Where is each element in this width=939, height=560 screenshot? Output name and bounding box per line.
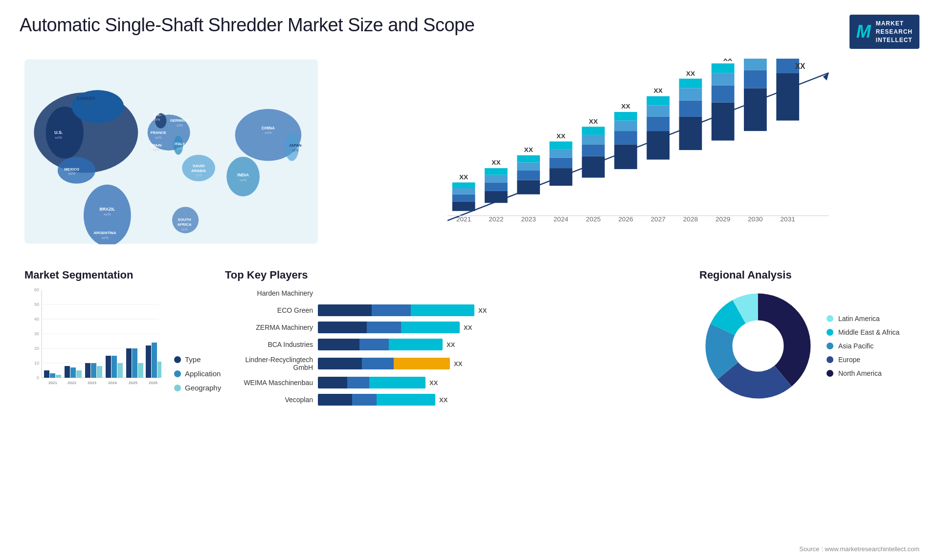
svg-rect-136 xyxy=(97,366,102,378)
svg-rect-97 xyxy=(712,86,735,103)
regional-content: Latin America Middle East & Africa Asia … xyxy=(699,287,915,405)
player-row-vecoplan: Vecoplan XX xyxy=(225,394,675,406)
svg-text:SOUTH: SOUTH xyxy=(178,218,191,222)
svg-text:XX: XX xyxy=(686,70,695,77)
players-title: Top Key Players xyxy=(225,269,675,281)
svg-text:xx%: xx% xyxy=(177,147,183,151)
svg-rect-78 xyxy=(614,145,637,170)
header: Automatic Single-Shaft Shredder Market S… xyxy=(0,0,939,54)
svg-rect-62 xyxy=(517,163,540,171)
svg-text:2022: 2022 xyxy=(489,216,503,223)
svg-rect-102 xyxy=(744,88,767,131)
svg-text:2022: 2022 xyxy=(67,381,76,385)
player-row-harden: Harden Machinery xyxy=(225,287,675,299)
svg-text:XX: XX xyxy=(589,118,598,125)
svg-rect-104 xyxy=(744,59,767,70)
svg-rect-131 xyxy=(70,367,76,378)
svg-text:U.S.: U.S. xyxy=(54,130,63,135)
regional-legend: Latin America Middle East & Africa Asia … xyxy=(827,315,899,377)
svg-rect-91 xyxy=(679,101,702,117)
player-bar xyxy=(318,358,450,369)
logo-line2: RESEARCH xyxy=(876,28,913,36)
svg-rect-99 xyxy=(712,64,735,73)
svg-text:20: 20 xyxy=(34,346,39,351)
svg-rect-139 xyxy=(112,356,117,378)
dot-latin-america xyxy=(827,315,833,322)
player-bar-area: XX xyxy=(318,358,462,369)
svg-text:0: 0 xyxy=(37,375,39,380)
player-name: Lindner-Recyclingtech GmbH xyxy=(225,356,313,371)
svg-rect-96 xyxy=(712,103,735,141)
legend-dot-application xyxy=(174,370,181,377)
svg-text:2026: 2026 xyxy=(618,216,633,223)
svg-rect-66 xyxy=(550,168,573,186)
svg-text:INDIA: INDIA xyxy=(237,173,249,178)
label-asia-pacific: Asia Pacific xyxy=(838,342,873,350)
svg-rect-93 xyxy=(679,79,702,88)
svg-rect-51 xyxy=(452,183,475,189)
svg-text:XX: XX xyxy=(459,173,468,181)
svg-text:xx%: xx% xyxy=(240,178,247,182)
svg-text:SPAIN: SPAIN xyxy=(150,144,161,148)
label-europe: Europe xyxy=(838,356,860,364)
svg-text:BRAZIL: BRAZIL xyxy=(99,207,115,212)
svg-rect-81 xyxy=(614,112,637,121)
seg-chart: 0 10 20 30 40 50 60 xyxy=(24,287,161,402)
svg-point-3 xyxy=(72,90,124,124)
player-bar xyxy=(318,322,460,333)
legend-type-label: Type xyxy=(185,355,201,364)
legend-middle-east: Middle East & Africa xyxy=(827,328,899,336)
logo-box: M MARKET RESEARCH INTELLECT xyxy=(850,15,919,49)
svg-text:ITALY: ITALY xyxy=(175,142,185,147)
svg-rect-56 xyxy=(485,175,508,183)
svg-rect-128 xyxy=(56,375,61,378)
svg-text:xx%: xx% xyxy=(82,101,89,106)
svg-rect-130 xyxy=(65,366,70,378)
svg-text:2025: 2025 xyxy=(129,381,137,385)
svg-text:XX: XX xyxy=(795,63,805,71)
player-name: Vecoplan xyxy=(225,396,313,404)
svg-text:30: 30 xyxy=(34,331,39,336)
segmentation-svg: 0 10 20 30 40 50 60 xyxy=(24,287,161,400)
label-middle-east: Middle East & Africa xyxy=(838,328,899,336)
svg-rect-55 xyxy=(485,183,508,192)
svg-rect-80 xyxy=(614,121,637,131)
donut-svg xyxy=(699,287,817,405)
legend-asia-pacific: Asia Pacific xyxy=(827,342,899,350)
svg-text:xx%: xx% xyxy=(196,174,202,177)
player-row-zerma: ZERMA Machinery XX xyxy=(225,322,675,333)
svg-rect-54 xyxy=(485,191,508,203)
svg-text:xx%: xx% xyxy=(155,136,161,139)
svg-rect-132 xyxy=(76,370,82,378)
players-section: Top Key Players Harden Machinery ECO Gre… xyxy=(215,269,685,560)
logo-text: MARKET RESEARCH INTELLECT xyxy=(876,20,913,44)
label-latin-america: Latin America xyxy=(838,315,880,323)
svg-text:2030: 2030 xyxy=(748,216,763,223)
segmentation-section: Market Segmentation 0 10 20 30 40 5 xyxy=(20,269,205,560)
legend-dot-geography xyxy=(174,385,181,391)
dot-europe xyxy=(827,356,833,363)
player-bar-area: XX xyxy=(318,394,447,406)
seg-legend: Type Application Geography xyxy=(174,355,221,392)
segmentation-title: Market Segmentation xyxy=(24,269,201,281)
label-north-america: North America xyxy=(838,369,882,377)
player-row-eco: ECO Green XX xyxy=(225,304,675,316)
svg-text:ARGENTINA: ARGENTINA xyxy=(94,231,116,236)
svg-text:50: 50 xyxy=(34,302,39,307)
svg-text:2024: 2024 xyxy=(108,381,117,385)
svg-text:U.K.: U.K. xyxy=(153,113,160,117)
svg-text:40: 40 xyxy=(34,317,39,322)
svg-rect-60 xyxy=(517,180,540,194)
player-row-bca: BCA Industries XX xyxy=(225,339,675,350)
player-value: XX xyxy=(464,324,472,331)
player-value: XX xyxy=(454,360,462,367)
svg-text:AFRICA: AFRICA xyxy=(177,222,192,227)
legend-geography: Geography xyxy=(174,384,221,392)
svg-text:xx%: xx% xyxy=(55,135,62,140)
player-bar xyxy=(318,304,474,316)
svg-text:2021: 2021 xyxy=(48,381,57,385)
players-list: Harden Machinery ECO Green XX xyxy=(225,287,675,406)
svg-rect-126 xyxy=(44,370,49,378)
player-name: Harden Machinery xyxy=(225,289,313,297)
regional-title: Regional Analysis xyxy=(699,269,915,281)
